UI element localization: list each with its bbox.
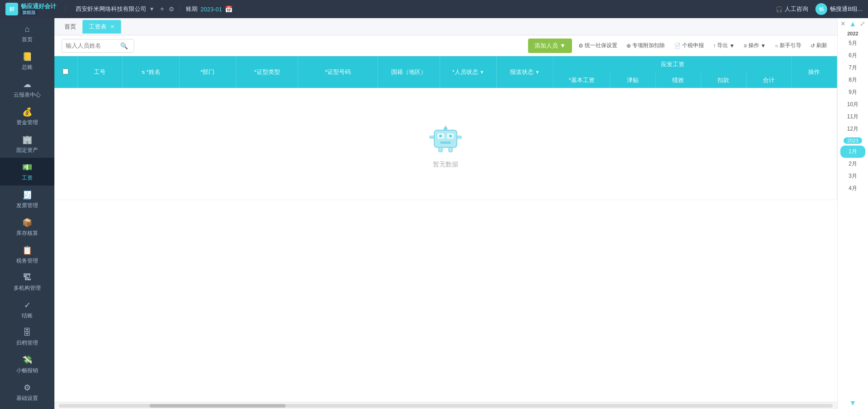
- select-all-checkbox[interactable]: [63, 68, 68, 74]
- empty-text: 暂无数据: [433, 161, 458, 169]
- period-value: 2023-01: [200, 6, 222, 13]
- company-selector[interactable]: 西安虾米网络科技有限公司 ▼ + ⚙: [76, 5, 175, 13]
- sidebar-item-close-accounts[interactable]: ✓ 结账: [0, 296, 54, 323]
- app-logo: 好 畅应通好会计 旗舰版: [5, 3, 60, 15]
- tab-home[interactable]: 首页: [60, 20, 81, 34]
- th-person-status[interactable]: *人员状态 ▼: [440, 56, 497, 88]
- calendar-icon[interactable]: 📅: [225, 5, 233, 13]
- month-2022-11[interactable]: 11月: [838, 111, 868, 123]
- company-dropdown-icon[interactable]: ▼: [149, 6, 155, 12]
- month-2022-10[interactable]: 10月: [838, 98, 868, 111]
- year-2023-badge: 2023: [838, 137, 868, 144]
- sidebar-label-cloud-report: 云报表中心: [14, 91, 41, 99]
- th-checkbox[interactable]: [54, 56, 77, 88]
- sidebar-label-expense: 小畅报销: [16, 367, 38, 375]
- sidebar-item-guide[interactable]: ★ 新手引导: [0, 406, 54, 409]
- bottom-scrollbar[interactable]: [54, 402, 837, 409]
- sidebar-label-settings: 基础设置: [16, 394, 38, 402]
- month-2022-5[interactable]: 5月: [838, 37, 868, 49]
- sidebar-item-salary[interactable]: 💵 工资: [0, 158, 54, 185]
- month-2023-1[interactable]: 1月: [840, 146, 865, 158]
- settings-icon[interactable]: ⚙: [169, 5, 175, 13]
- social-security-label: 统一社保设置: [585, 42, 617, 49]
- export-arrow: ▼: [729, 43, 735, 49]
- sidebar-item-archive[interactable]: 🗄 归档管理: [0, 323, 54, 351]
- table-header-row1: 工号 ⇅ *姓名 *部门 *证型类型: [54, 56, 837, 73]
- th-base-salary-label: *基本工资: [569, 77, 595, 83]
- sidebar-item-fund[interactable]: 💰 资金管理: [0, 102, 54, 130]
- right-panel-expand-icon[interactable]: ⤢: [860, 20, 865, 27]
- year-2023-label: 2023: [844, 137, 862, 144]
- sidebar-label-home: 首页: [22, 36, 33, 44]
- th-cert-no: *证型号码: [298, 56, 378, 88]
- user-label: 畅搜通B组...: [830, 5, 863, 13]
- th-base-salary: *基本工资: [553, 73, 610, 88]
- sidebar-label-tax: 税务管理: [16, 257, 38, 265]
- svg-rect-11: [449, 147, 452, 152]
- search-input[interactable]: [66, 42, 120, 49]
- filter-icon-person-status[interactable]: ▼: [480, 69, 485, 75]
- add-company-icon[interactable]: +: [160, 5, 164, 13]
- month-2022-12[interactable]: 12月: [838, 123, 868, 135]
- extra-deduct-label: 专项附加扣除: [632, 42, 665, 49]
- toolbar: 🔍 添加人员 ▼ ⚙ 统一社保设置 ⊕ 专项附加扣除 📄 个税申报: [54, 35, 837, 56]
- home-icon: ⌂: [25, 24, 30, 34]
- month-2022-7[interactable]: 7月: [838, 62, 868, 74]
- add-person-button[interactable]: 添加人员 ▼: [528, 39, 572, 53]
- table-wrapper: 工号 ⇅ *姓名 *部门 *证型类型: [54, 56, 837, 402]
- scrollbar-thumb[interactable]: [150, 404, 286, 408]
- service-button[interactable]: 🎧 人工咨询: [776, 5, 808, 13]
- sidebar-item-fixed-assets[interactable]: 🏢 固定资产: [0, 130, 54, 158]
- sidebar-item-ledger[interactable]: 📒 总账: [0, 47, 54, 75]
- month-list: 2022 5月 6月 7月 8月 9月 10月 11月 12月 2023 1月 …: [838, 30, 868, 397]
- app-edition: 旗舰版: [21, 10, 37, 15]
- content-area: 首页 工资表 ✕ 🔍 添加人员 ▼ ⚙ 统一社保设置: [54, 18, 837, 409]
- sidebar-label-ledger: 总账: [22, 63, 33, 71]
- sidebar-item-cloud-report[interactable]: ☁ 云报表中心: [0, 75, 54, 102]
- month-2022-6[interactable]: 6月: [838, 49, 868, 62]
- th-name[interactable]: ⇅ *姓名: [122, 56, 179, 88]
- search-wrapper[interactable]: 🔍: [62, 39, 134, 53]
- sidebar-item-settings[interactable]: ⚙ 基础设置: [0, 378, 54, 406]
- sidebar-item-invoice[interactable]: 🧾 发票管理: [0, 185, 54, 213]
- month-2022-9[interactable]: 9月: [838, 86, 868, 98]
- sidebar: ⌂ 首页 📒 总账 ☁ 云报表中心 💰 资金管理 🏢 固定资产 💵 工资 🧾 发…: [0, 18, 54, 409]
- tab-close-icon[interactable]: ✕: [110, 24, 115, 30]
- sidebar-item-home[interactable]: ⌂ 首页: [0, 20, 54, 47]
- th-cert-type-label: *证型类型: [254, 68, 280, 75]
- sidebar-item-multi-org[interactable]: 🏗 多机构管理: [0, 268, 54, 296]
- guide-btn[interactable]: ○ 新手引导: [772, 39, 804, 53]
- extra-deduct-btn[interactable]: ⊕ 专项附加扣除: [624, 39, 668, 53]
- sidebar-item-tax[interactable]: 📋 税务管理: [0, 241, 54, 268]
- empty-icon: [427, 119, 464, 155]
- scrollbar-track[interactable]: [59, 404, 833, 408]
- right-panel-close-icon[interactable]: ✕: [840, 20, 846, 27]
- th-total-label: 合计: [763, 77, 775, 83]
- month-2022-8[interactable]: 8月: [838, 74, 868, 86]
- operations-btn[interactable]: ≡ 操作 ▼: [741, 39, 769, 53]
- tab-salary[interactable]: 工资表 ✕: [82, 20, 121, 34]
- sidebar-item-expense[interactable]: 💸 小畅报销: [0, 351, 54, 378]
- toolbar-actions: 添加人员 ▼ ⚙ 统一社保设置 ⊕ 专项附加扣除 📄 个税申报 ↑: [528, 39, 830, 53]
- refresh-label: 刷新: [816, 42, 827, 49]
- company-name: 西安虾米网络科技有限公司: [76, 5, 146, 13]
- social-security-btn[interactable]: ⚙ 统一社保设置: [576, 39, 620, 53]
- th-report-status[interactable]: 报送状态 ▼: [497, 56, 553, 88]
- period-selector[interactable]: 账期 2023-01 📅: [186, 5, 233, 13]
- th-cert-no-label: *证型号码: [325, 68, 351, 75]
- month-2023-2[interactable]: 2月: [838, 158, 868, 170]
- year-nav-down[interactable]: ▼: [838, 397, 868, 409]
- th-id-label: 工号: [94, 68, 106, 75]
- tax-report-btn[interactable]: 📄 个税申报: [671, 39, 707, 53]
- export-btn[interactable]: ↑ 导出 ▼: [710, 39, 737, 53]
- sidebar-item-inventory[interactable]: 📦 库存核算: [0, 213, 54, 241]
- tab-home-label: 首页: [64, 23, 76, 31]
- sidebar-label-archive: 归档管理: [16, 339, 38, 347]
- filter-icon-report-status[interactable]: ▼: [535, 69, 540, 75]
- refresh-btn[interactable]: ↺ 刷新: [808, 39, 830, 53]
- topbar-right: 🎧 人工咨询 畅 畅搜通B组...: [776, 3, 863, 15]
- month-2023-4[interactable]: 4月: [838, 182, 868, 195]
- year-2022-label: 2022: [838, 30, 868, 37]
- month-2023-3[interactable]: 3月: [838, 170, 868, 182]
- user-info[interactable]: 畅 畅搜通B组...: [815, 3, 863, 15]
